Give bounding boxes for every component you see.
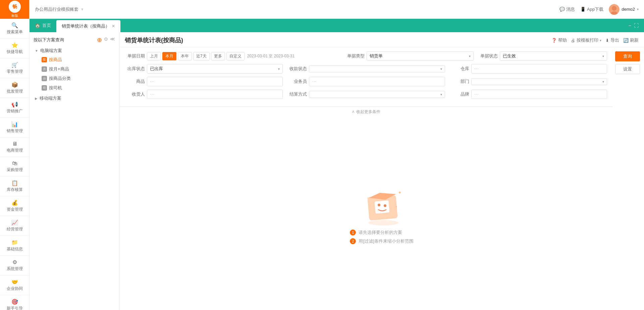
empty-tip-1: 1 请先选择要分析的方案 (350, 229, 413, 236)
filter-by-cashier[interactable]: 司 按司机 (39, 83, 116, 93)
product-input[interactable]: ··· (147, 77, 283, 86)
star-icon: ⭐ (11, 42, 18, 48)
query-button[interactable]: 查询 (615, 51, 640, 61)
download-icon: 📱 (580, 7, 586, 12)
sidebar-item-label: 零售管理 (7, 69, 23, 74)
form-item-product: 商品 ··· (125, 77, 283, 86)
tab-home[interactable]: 🏠 首页 (30, 19, 56, 32)
form-item-brand: 品牌 ··· (449, 90, 607, 99)
doc-type-select[interactable]: 销货单 ▾ (367, 51, 474, 61)
form-row-3: 商品 ··· 业务员 ··· (125, 77, 607, 86)
payment-status-arrow: ▾ (440, 67, 442, 71)
doc-status-select[interactable]: 已生效 ▾ (500, 51, 607, 61)
date-btn-current-year[interactable]: 本年 (178, 52, 192, 60)
doc-type-value: 销货单 (370, 53, 469, 59)
sidebar-item-label: 基础信息 (7, 246, 23, 252)
refresh-icon: 🔄 (623, 38, 629, 43)
sidebar-item-retail[interactable]: 🛒 零售管理 (0, 58, 29, 78)
app-download-button[interactable]: 📱 App下载 (580, 6, 603, 12)
filter-by-category[interactable]: 分 按商品分类 (39, 74, 116, 83)
tab-stats[interactable]: 销货单统计表（按商品） ✕ (56, 20, 120, 32)
breadcrumb-arrow: ▾ (81, 7, 84, 12)
warehouse-label: 仓库 (449, 66, 469, 72)
payment-status-select[interactable]: ▾ (309, 65, 445, 72)
tab-bar: 🏠 首页 销货单统计表（按商品） ✕ − ⛶ (30, 19, 644, 32)
sidebar-item-purchase[interactable]: 🛍 采购管理 (0, 157, 29, 176)
tab-home-label: 首页 (42, 22, 51, 29)
payment-method-label: 结算方式 (287, 91, 307, 97)
sidebar-item-label: 销售管理 (7, 128, 23, 134)
sidebar-item-quick-nav[interactable]: ⭐ 快捷导航 (0, 39, 29, 58)
date-btn-more[interactable]: 更多 (211, 52, 225, 60)
collapse-bar[interactable]: ∧ 收起更多条件 (119, 107, 612, 117)
svg-point-3 (368, 220, 398, 225)
form-item-recipient: 收货人 ··· (125, 90, 283, 99)
query-form: 单据日期 上月 本月 本年 近7天 更多 自定义 (119, 47, 612, 107)
settings-button[interactable]: 设置 (615, 64, 640, 74)
filter-by-product[interactable]: 按 按商品 (39, 55, 116, 64)
help-label: 帮助 (558, 37, 567, 43)
svg-point-1 (612, 6, 616, 11)
filter-by-month-product[interactable]: 月 按月+商品 (39, 64, 116, 74)
filter-settings-icon[interactable]: ⊙ (104, 36, 108, 44)
tab-close-icon[interactable]: ✕ (112, 24, 115, 29)
refresh-button[interactable]: 🔄 刷新 (623, 37, 639, 43)
sidebar-item-inventory[interactable]: 📋 库存核算 (0, 176, 29, 196)
logo-icon: 畅 (9, 1, 21, 13)
sidebar-item-marketing[interactable]: 📢 营销推广 (0, 98, 29, 118)
system-icon: ⚙ (12, 259, 17, 265)
date-btn-custom[interactable]: 自定义 (226, 52, 245, 60)
form-item-doc-status: 单据状态 已生效 ▾ (478, 51, 607, 61)
sidebar-item-guide[interactable]: 🎯 新手引导 (0, 295, 29, 310)
form-item-warehouse-status: 出库状态 已出库 ▾ (125, 64, 283, 73)
desktop-scheme-children: 按 按商品 月 按月+商品 分 按商品分类 司 (32, 55, 116, 93)
export-button[interactable]: ⬇ 导出 (605, 37, 619, 43)
by-month-product-label: 按月+商品 (49, 66, 69, 72)
payment-method-select[interactable]: ▾ (309, 91, 445, 98)
print-button[interactable]: 🖨 按模板打印 ▾ (571, 37, 601, 43)
help-button[interactable]: ❓ 帮助 (551, 37, 567, 43)
refresh-label: 刷新 (630, 37, 639, 43)
by-cashier-icon: 司 (42, 85, 47, 91)
top-header: 办公用品行业模拟账套 ▾ 💬 消息 📱 App下载 demo2 ▾ (30, 0, 644, 19)
sidebar-item-finance[interactable]: 💰 资金管理 (0, 196, 29, 216)
tab-minimize-icon[interactable]: − (629, 23, 631, 28)
date-btn-7days[interactable]: 近7天 (193, 52, 210, 60)
date-btn-last-month[interactable]: 上月 (147, 52, 161, 60)
breadcrumb: 办公用品行业模拟账套 (35, 6, 78, 12)
recipient-input[interactable]: ··· (147, 90, 283, 99)
by-cashier-label: 按司机 (49, 85, 62, 91)
recipient-label: 收货人 (125, 91, 145, 97)
warehouse-status-label: 出库状态 (125, 66, 145, 72)
message-button[interactable]: 💬 消息 (559, 6, 575, 12)
empty-tips: 1 请先选择要分析的方案 2 用[过滤]条件来缩小分析范围 (350, 229, 413, 244)
salesperson-input[interactable]: ··· (309, 77, 445, 86)
brand-dots: ··· (474, 91, 479, 97)
doc-status-arrow: ▾ (602, 54, 604, 58)
tip-num-2: 2 (350, 238, 356, 244)
warehouse-input[interactable]: ··· (471, 64, 607, 73)
right-action-group: 查询 设置 (612, 47, 644, 117)
department-select[interactable]: ▾ (471, 78, 607, 85)
app-logo[interactable]: 畅 标版 (0, 0, 29, 19)
sidebar-item-wholesale[interactable]: 📦 批发管理 (0, 78, 29, 98)
sidebar-item-sales[interactable]: 📊 销售管理 (0, 118, 29, 138)
sidebar-item-ecommerce[interactable]: 🖥 电商管理 (0, 138, 29, 157)
department-label: 部门 (449, 79, 469, 85)
filter-add-icon[interactable]: ⊕ (97, 36, 102, 44)
sidebar-item-operations[interactable]: 📈 经营管理 (0, 216, 29, 236)
user-menu[interactable]: demo2 ▾ (609, 4, 639, 15)
sidebar-item-search[interactable]: 🔍 搜索菜单 (0, 19, 29, 39)
sidebar-item-basic[interactable]: 📁 基础信息 (0, 236, 29, 256)
sidebar-item-system[interactable]: ⚙ 系统管理 (0, 256, 29, 275)
date-btn-current-month[interactable]: 本月 (162, 52, 176, 60)
warehouse-status-select[interactable]: 已出库 ▾ (147, 64, 283, 73)
sidebar-item-cooperation[interactable]: 🤝 企业协同 (0, 275, 29, 295)
tab-maximize-icon[interactable]: ⛶ (634, 23, 639, 28)
desktop-scheme-group[interactable]: ▼ 电脑端方案 (32, 46, 116, 55)
sidebar-item-label: 批发管理 (7, 89, 23, 94)
tip-text-1: 请先选择要分析的方案 (359, 229, 402, 236)
brand-input[interactable]: ··· (471, 90, 607, 99)
mobile-scheme-group[interactable]: ▶ 移动端方案 (32, 94, 116, 103)
filter-collapse-icon[interactable]: ≪ (110, 36, 115, 44)
